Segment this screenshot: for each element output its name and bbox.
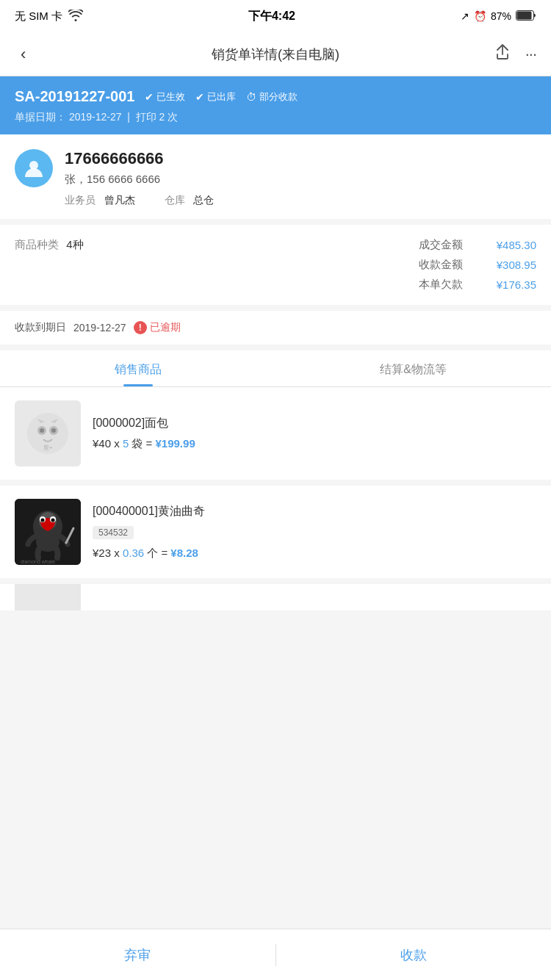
tab-sales-products[interactable]: 销售商品 bbox=[0, 350, 276, 386]
location-icon: ↗ bbox=[461, 10, 469, 22]
back-button[interactable]: ‹ bbox=[15, 39, 32, 70]
sales-label-text: 业务员 曾凡杰 bbox=[65, 194, 135, 207]
header-date-row: 单据日期： 2019-12-27 | 打印 2 次 bbox=[15, 111, 536, 124]
product-info-1: [0000002]面包 ¥40 x 5 袋 = ¥199.99 bbox=[93, 416, 536, 451]
customer-meta: 业务员 曾凡杰 仓库 总仓 bbox=[65, 194, 536, 207]
battery-label: 87% bbox=[491, 10, 511, 22]
badge-effective: ✔ 已生效 bbox=[145, 90, 185, 104]
customer-phone: 张，156 6666 6666 bbox=[65, 173, 536, 187]
customer-section: 17666666666 张，156 6666 6666 业务员 曾凡杰 仓库 总… bbox=[0, 134, 551, 225]
badge-shipped: ✔ 已出库 bbox=[195, 90, 236, 104]
product-item-1[interactable]: 里+ [0000002]面包 ¥40 x 5 袋 = ¥199.99 bbox=[0, 387, 551, 480]
header-banner: SA-20191227-001 ✔ 已生效 ✔ 已出库 ⏱ 部分收款 单据日期：… bbox=[0, 76, 551, 134]
svg-text:里+: 里+ bbox=[43, 444, 53, 451]
due-date-value: 2019-12-27 bbox=[73, 322, 126, 334]
badge-partial: ⏱ 部分收款 bbox=[246, 90, 298, 104]
product-image-2: diamond whale bbox=[15, 499, 81, 565]
nav-actions: ··· bbox=[494, 44, 536, 64]
due-label: 收款到期日 bbox=[15, 321, 66, 334]
product-price-2: ¥23 x 0.36 个 = ¥8.28 bbox=[93, 547, 536, 561]
page-content: SA-20191227-001 ✔ 已生效 ✔ 已出库 ⏱ 部分收款 单据日期：… bbox=[0, 76, 551, 662]
svg-point-15 bbox=[51, 519, 55, 522]
collect-payment-button[interactable]: 收款 bbox=[276, 934, 552, 976]
product-price-1: ¥40 x 5 袋 = ¥199.99 bbox=[93, 437, 536, 451]
customer-name: 17666666666 bbox=[65, 149, 536, 168]
more-icon[interactable]: ··· bbox=[525, 45, 536, 64]
svg-point-14 bbox=[41, 519, 45, 522]
battery-icon bbox=[516, 10, 536, 23]
owe-amount-row: 本单欠款 ¥176.35 bbox=[419, 278, 536, 292]
category-info: 商品种类 4种 bbox=[15, 238, 84, 252]
page-title: 销货单详情(来自电脑) bbox=[212, 46, 339, 63]
customer-info: 17666666666 张，156 6666 6666 业务员 曾凡杰 仓库 总… bbox=[65, 149, 536, 207]
product-name-2: [000400001]黄油曲奇 bbox=[93, 504, 536, 519]
check-icon-1: ✔ bbox=[145, 91, 154, 103]
svg-text:diamond whale: diamond whale bbox=[21, 559, 55, 564]
share-icon[interactable] bbox=[494, 44, 511, 64]
status-bar: 无 SIM 卡 下午4:42 ↗ ⏰ 87% bbox=[0, 0, 551, 32]
deal-amount-row: 成交金额 ¥485.30 bbox=[419, 238, 536, 252]
due-section: 收款到期日 2019-12-27 ! 已逾期 bbox=[0, 311, 551, 350]
tab-settlement[interactable]: 结算&物流等 bbox=[276, 350, 551, 386]
overdue-badge: ! 已逾期 bbox=[134, 321, 181, 334]
overdue-dot-icon: ! bbox=[134, 321, 147, 334]
bottom-bar: 弃审 收款 bbox=[0, 929, 551, 980]
product-name-1: [0000002]面包 bbox=[93, 416, 536, 431]
status-left: 无 SIM 卡 bbox=[15, 10, 83, 24]
carrier-label: 无 SIM 卡 bbox=[15, 10, 62, 24]
product-image-1: 里+ bbox=[15, 400, 81, 466]
amount-info: 成交金额 ¥485.30 收款金额 ¥308.95 本单欠款 ¥176.35 bbox=[419, 238, 536, 292]
avatar bbox=[15, 149, 53, 187]
product-tag-2: 534532 bbox=[93, 526, 134, 539]
check-icon-2: ✔ bbox=[195, 91, 204, 103]
alarm-icon: ⏰ bbox=[474, 10, 486, 22]
status-time: 下午4:42 bbox=[248, 9, 295, 24]
product-item-3-partial bbox=[0, 584, 551, 610]
summary-section: 商品种类 4种 成交金额 ¥485.30 收款金额 ¥308.95 本单欠款 ¥… bbox=[0, 225, 551, 311]
svg-point-6 bbox=[40, 428, 44, 433]
svg-point-7 bbox=[51, 428, 56, 433]
warehouse-label-text: 仓库 总仓 bbox=[165, 194, 215, 207]
cancel-review-button[interactable]: 弃审 bbox=[0, 934, 276, 976]
tabs-section: 销售商品 结算&物流等 bbox=[0, 350, 551, 387]
collect-amount-row: 收款金额 ¥308.95 bbox=[419, 258, 536, 272]
product-item-2[interactable]: diamond whale [000400001]黄油曲奇 534532 ¥23… bbox=[0, 486, 551, 578]
status-right: ↗ ⏰ 87% bbox=[461, 10, 536, 23]
wifi-icon bbox=[68, 10, 83, 24]
product-info-2: [000400001]黄油曲奇 534532 ¥23 x 0.36 个 = ¥8… bbox=[93, 504, 536, 561]
nav-bar: ‹ 销货单详情(来自电脑) ··· bbox=[0, 32, 551, 76]
svg-rect-1 bbox=[516, 11, 531, 19]
order-id: SA-20191227-001 bbox=[15, 88, 134, 105]
order-header-row: SA-20191227-001 ✔ 已生效 ✔ 已出库 ⏱ 部分收款 bbox=[15, 88, 536, 105]
products-section: 里+ [0000002]面包 ¥40 x 5 袋 = ¥199.99 bbox=[0, 387, 551, 610]
clock-icon: ⏱ bbox=[246, 91, 256, 103]
